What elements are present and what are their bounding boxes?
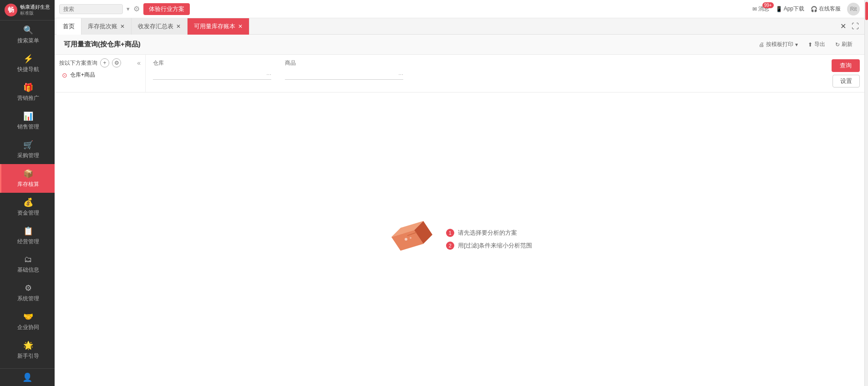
sidebar-item-label: 库存核算	[17, 180, 39, 188]
tab-home-label: 首页	[63, 22, 75, 31]
sidebar-item-label: 销售管理	[17, 123, 39, 131]
tab-close-icon[interactable]: ✕	[176, 23, 181, 30]
goods-input[interactable]: ···	[285, 69, 403, 80]
gear-icon[interactable]: ⚙	[133, 5, 140, 13]
sidebar-item-inventory[interactable]: 📦 库存核算	[0, 164, 55, 193]
filter-panel: 按以下方案查询 + ⚙ « ⊙ 仓库+商品 仓库 ··· 商品	[55, 55, 864, 93]
message-badge: 99+	[762, 2, 774, 8]
export-button[interactable]: ⬆ 导出	[805, 39, 828, 50]
warehouse-more-icon[interactable]: ···	[266, 71, 271, 77]
topbar: ▾ ⚙ 体验行业方案 ✉ 消息 99+ 📱 App下载 🎧 在线客服 Rit	[55, 0, 864, 18]
headset-icon: 🎧	[811, 6, 817, 12]
goods-field: 商品 ···	[285, 59, 403, 80]
sidebar-item-appstore[interactable]: 📱 应用中心	[0, 365, 55, 368]
maximize-button[interactable]: ⛶	[850, 21, 861, 32]
goods-label: 商品	[285, 59, 403, 67]
main-content: ▾ ⚙ 体验行业方案 ✉ 消息 99+ 📱 App下载 🎧 在线客服 Rit 首…	[55, 0, 864, 386]
app-name: 畅康通好生意	[20, 4, 50, 10]
sidebar-item-basic[interactable]: 🗂 基础信息	[0, 250, 55, 278]
sidebar-item-label: 基础信息	[17, 266, 39, 274]
chevron-down-icon[interactable]: ▾	[127, 5, 130, 12]
filter-actions: 查询 设置	[827, 55, 864, 92]
filter-section-label: 按以下方案查询	[59, 59, 97, 67]
trial-button[interactable]: 体验行业方案	[143, 3, 190, 15]
sidebar-item-label: 新手引导	[17, 352, 39, 360]
right-scrollbar[interactable]	[864, 0, 868, 386]
phone-icon: 📱	[776, 6, 782, 12]
app-logo-icon: 畅	[5, 4, 17, 16]
message-icon: ✉	[752, 6, 757, 12]
tab-home[interactable]: 首页	[56, 18, 81, 35]
sidebar-item-enterprise[interactable]: 🤝 企业协同	[0, 307, 55, 336]
edit-schema-button[interactable]: ⚙	[112, 58, 121, 67]
sidebar-item-shortcut[interactable]: ⚡ 快捷导航	[0, 49, 55, 78]
basic-icon: 🗂	[24, 255, 32, 264]
page-header: 可用量查询(按仓库+商品) 🖨 按模板打印 ▾ ⬆ 导出 ↻ 刷新	[55, 35, 864, 55]
sidebar-item-sales[interactable]: 📊 销售管理	[0, 107, 55, 135]
message-button[interactable]: ✉ 消息 99+	[752, 5, 769, 13]
guide-icon: 🌟	[23, 340, 33, 350]
user-avatar[interactable]: Rit	[847, 3, 860, 15]
app-download-button[interactable]: 📱 App下载	[776, 5, 804, 13]
step-2-circle: 2	[446, 242, 454, 250]
sidebar-logo: 畅 畅康通好生意 标准版	[0, 0, 55, 21]
warehouse-field: 仓库 ···	[153, 59, 271, 80]
online-service-button[interactable]: 🎧 在线客服	[811, 5, 841, 13]
sidebar-item-guide[interactable]: 🌟 新手引导	[0, 336, 55, 365]
sidebar: 畅 畅康通好生意 标准版 🔍 搜索菜单 ⚡ 快捷导航 🎁 营销推广 📊 销售管理…	[0, 0, 55, 386]
online-service-label: 在线客服	[819, 5, 841, 13]
sidebar-item-purchase[interactable]: 🛒 采购管理	[0, 135, 55, 164]
sidebar-item-label: 快捷导航	[17, 66, 39, 73]
add-schema-button[interactable]: +	[100, 58, 109, 67]
search-input[interactable]	[59, 4, 123, 14]
sidebar-item-finance[interactable]: 💰 资金管理	[0, 193, 55, 221]
tab-close-icon[interactable]: ✕	[238, 23, 243, 30]
operation-icon: 📋	[23, 226, 33, 236]
tab-collect-summary-label: 收发存汇总表	[138, 22, 173, 31]
query-button[interactable]: 查询	[832, 59, 860, 72]
settings-button[interactable]: 设置	[832, 75, 860, 87]
schema-item-label: 仓库+商品	[70, 71, 95, 79]
collapse-icon[interactable]: «	[137, 59, 141, 67]
scrollbar-thumb	[865, 2, 868, 20]
sidebar-item-label: 营销推广	[17, 94, 39, 102]
print-button[interactable]: 🖨 按模板打印 ▾	[756, 39, 801, 50]
content-area: 1 请先选择要分析的方案 2 用[过滤]条件来缩小分析范围	[55, 93, 864, 386]
tab-available-ledger[interactable]: 可用量库存账本 ✕	[188, 18, 249, 35]
sidebar-item-label: 搜索菜单	[17, 37, 39, 45]
export-icon: ⬆	[808, 41, 812, 48]
filter-left-header: 按以下方案查询 + ⚙ «	[59, 58, 141, 67]
system-icon: ⚙	[25, 283, 32, 293]
tabs-right-actions: ✕ ⛶	[838, 20, 863, 32]
topbar-right: ✉ 消息 99+ 📱 App下载 🎧 在线客服 Rit	[752, 3, 860, 15]
sidebar-item-search[interactable]: 🔍 搜索菜单	[0, 21, 55, 49]
empty-line-1: 1 请先选择要分析的方案	[446, 229, 532, 237]
refresh-icon: ↻	[835, 41, 840, 48]
empty-step-1-text: 请先选择要分析的方案	[458, 229, 517, 237]
filter-left: 按以下方案查询 + ⚙ « ⊙ 仓库+商品	[55, 55, 146, 92]
sidebar-item-marketing[interactable]: 🎁 营销推广	[0, 78, 55, 107]
page-header-actions: 🖨 按模板打印 ▾ ⬆ 导出 ↻ 刷新	[756, 39, 855, 50]
warehouse-label: 仓库	[153, 59, 271, 67]
tab-close-icon[interactable]: ✕	[120, 23, 125, 30]
warehouse-input[interactable]: ···	[153, 69, 271, 80]
close-tab-button[interactable]: ✕	[838, 20, 848, 32]
sidebar-item-system[interactable]: ⚙ 系统管理	[0, 278, 55, 307]
empty-illustration	[387, 216, 432, 262]
step-1-circle: 1	[446, 229, 454, 237]
schema-item-warehouse-goods[interactable]: ⊙ 仓库+商品	[59, 69, 141, 81]
sidebar-item-operation[interactable]: 📋 经营管理	[0, 221, 55, 250]
sidebar-item-label: 经营管理	[17, 238, 39, 246]
sidebar-item-label: 资金管理	[17, 209, 39, 217]
refresh-button[interactable]: ↻ 刷新	[832, 39, 855, 50]
shortcut-icon: ⚡	[23, 54, 33, 64]
tab-collect-summary[interactable]: 收发存汇总表 ✕	[132, 18, 188, 35]
goods-more-icon[interactable]: ···	[398, 71, 403, 77]
tab-bar: 首页 库存批次账 ✕ 收发存汇总表 ✕ 可用量库存账本 ✕ ✕ ⛶	[55, 18, 864, 35]
empty-line-2: 2 用[过滤]条件来缩小分析范围	[446, 242, 532, 250]
tab-batch-ledger[interactable]: 库存批次账 ✕	[81, 18, 132, 35]
page-title: 可用量查询(按仓库+商品)	[64, 40, 141, 49]
sidebar-bottom[interactable]: 👤	[0, 368, 55, 386]
app-download-label: App下载	[784, 5, 804, 13]
empty-state: 1 请先选择要分析的方案 2 用[过滤]条件来缩小分析范围	[387, 216, 532, 262]
